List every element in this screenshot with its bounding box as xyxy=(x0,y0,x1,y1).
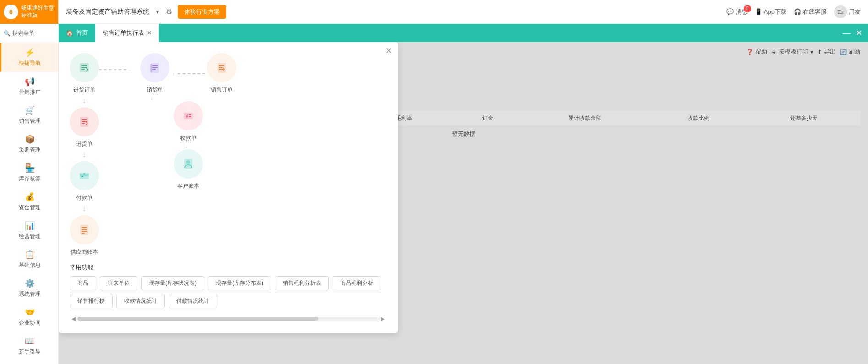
online-service-button[interactable]: 🎧 在线客服 xyxy=(794,8,827,16)
flow-top-row: 销货单 ← 销售订单 xyxy=(140,53,236,94)
flow-col-left: 进货订单 ↓ 进货单 ↓ xyxy=(70,53,99,256)
btn-receipt-stats[interactable]: 收款情况统计 xyxy=(116,294,165,308)
payment-icon: ¥ xyxy=(70,161,99,190)
overlay-panel: ✕ 进货订单 ↓ xyxy=(59,42,868,364)
sidebar-item-quick-nav[interactable]: ⚡ 快捷导航 xyxy=(0,43,58,72)
svg-rect-15 xyxy=(82,231,87,232)
flow-col-right: 销货单 ← 销售订单 xyxy=(133,53,244,190)
common-functions-section: 常用功能 商品 往来单位 现存量(库存状况表) 现存量(库存分布表) 销售毛利分… xyxy=(70,263,387,308)
system-title: 装备及固定资产辅助管理系统 xyxy=(66,8,149,16)
flow-node-sales-bill[interactable]: 销货单 xyxy=(140,53,169,94)
scroll-thumb xyxy=(77,317,318,321)
message-button[interactable]: 💬 消息 5 xyxy=(726,8,748,16)
newbie-icon: 📖 xyxy=(25,336,35,346)
content-area: ❓ 帮助 🖨 按模板打印 ▾ ⬆ 导出 🔄 刷新 xyxy=(59,42,868,364)
logo-text: 畅康通好生意 标准版 xyxy=(21,5,54,19)
arrow-down-1: ↓ xyxy=(82,96,87,105)
panel-close-button[interactable]: ✕ xyxy=(385,46,392,56)
gear-icon[interactable]: ⚙ xyxy=(166,7,172,16)
app-download-button[interactable]: 📱 App下载 xyxy=(755,8,786,16)
scroll-right-arrow[interactable]: ▶ xyxy=(379,315,387,322)
btn-stock-status[interactable]: 现存量(库存状况表) xyxy=(141,276,204,290)
sidebar-search[interactable]: 🔍 搜索菜单 xyxy=(0,24,58,43)
topbar: 装备及固定资产辅助管理系统 ▼ ⚙ 体验行业方案 💬 消息 5 📱 App下载 … xyxy=(59,0,868,24)
svg-rect-23 xyxy=(219,65,224,66)
purchase-order-icon xyxy=(70,53,99,82)
flow-node-payment[interactable]: ¥ 付款单 xyxy=(70,161,99,202)
svg-rect-21 xyxy=(150,64,152,72)
svg-rect-19 xyxy=(152,67,158,68)
sidebar-item-system[interactable]: ⚙️ 系统管理 xyxy=(0,274,58,303)
operation-icon: 📊 xyxy=(25,221,35,231)
svg-rect-7 xyxy=(82,123,85,124)
logo-icon: 6 xyxy=(4,5,18,19)
flow-node-customer-account[interactable]: 客户账本 xyxy=(174,149,203,190)
sidebar-item-sales[interactable]: 🛒 销售管理 xyxy=(0,101,58,130)
sales-order-icon xyxy=(207,53,236,82)
flow-node-receipt[interactable]: ¥ 收款单 xyxy=(174,101,203,142)
svg-text:¥: ¥ xyxy=(185,114,189,119)
btn-sales-ranking[interactable]: 销售排行榜 xyxy=(70,294,113,308)
window-minimize-icon[interactable]: — xyxy=(842,28,851,38)
sidebar-item-inventory[interactable]: 🏪 库存核算 xyxy=(0,158,58,187)
purchase-icon: 📦 xyxy=(25,134,35,144)
quick-nav-icon: ⚡ xyxy=(25,48,35,58)
system-dropdown-arrow[interactable]: ▼ xyxy=(155,9,160,15)
message-badge: 5 xyxy=(744,5,751,12)
arrow-dashed-sales: ← xyxy=(171,70,205,77)
message-icon: 💬 xyxy=(726,8,734,15)
inventory-icon: 🏪 xyxy=(25,163,35,173)
tab-home[interactable]: 🏠 首页 xyxy=(59,24,95,42)
purchase-bill-icon xyxy=(70,107,99,136)
scroll-track[interactable] xyxy=(77,317,379,321)
experience-button[interactable]: 体验行业方案 xyxy=(178,5,226,19)
download-icon: 📱 xyxy=(755,8,762,15)
user-menu[interactable]: Ea 用友 xyxy=(834,5,861,18)
avatar: Ea xyxy=(834,5,847,18)
btn-stock-dist[interactable]: 现存量(库存分布表) xyxy=(208,276,271,290)
svg-rect-1 xyxy=(81,65,87,66)
scroll-left-arrow[interactable]: ◀ xyxy=(70,315,77,322)
common-functions-title: 常用功能 xyxy=(70,263,387,272)
service-icon: 🎧 xyxy=(794,8,801,15)
sidebar-logo[interactable]: 6 畅康通好生意 标准版 xyxy=(0,0,58,24)
sidebar-item-operation[interactable]: 📊 经营管理 xyxy=(0,216,58,245)
search-icon: 🔍 xyxy=(4,30,11,37)
sidebar-item-finance[interactable]: 💰 资金管理 xyxy=(0,187,58,216)
flow-node-supplier-account[interactable]: 供应商账本 xyxy=(70,215,99,256)
system-icon: ⚙️ xyxy=(25,278,35,288)
sidebar-item-purchase[interactable]: 📦 采购管理 xyxy=(0,130,58,158)
tab-close-icon[interactable]: ✕ xyxy=(147,30,152,36)
scroll-hint: ◀ ▶ xyxy=(70,315,387,322)
flow-node-purchase-order[interactable]: 进货订单 xyxy=(70,53,99,94)
svg-point-31 xyxy=(186,160,190,164)
tab-sales-order[interactable]: 销售订单执行表 ✕ xyxy=(95,24,159,42)
sales-icon: 🛒 xyxy=(25,105,35,115)
flow-diagram: 进货订单 ↓ 进货单 ↓ xyxy=(70,53,387,256)
btn-counterparty[interactable]: 往来单位 xyxy=(100,276,137,290)
flow-node-purchase-bill[interactable]: 进货单 xyxy=(70,107,99,148)
flow-node-sales-order[interactable]: 销售订单 xyxy=(207,53,236,94)
btn-product[interactable]: 商品 xyxy=(70,276,96,290)
btn-payment-stats[interactable]: 付款情况统计 xyxy=(169,294,217,308)
search-menu-button[interactable]: 🔍 搜索菜单 xyxy=(4,27,55,39)
svg-rect-2 xyxy=(81,67,87,68)
sidebar-item-newbie[interactable]: 📖 新手引导 xyxy=(0,331,58,360)
svg-rect-5 xyxy=(82,119,87,120)
sidebar-item-marketing[interactable]: 📢 营销推广 xyxy=(0,72,58,101)
svg-rect-18 xyxy=(152,65,158,66)
arrow-down-2: ↓ xyxy=(82,150,87,159)
btn-sales-margin[interactable]: 销售毛利分析表 xyxy=(275,276,329,290)
svg-rect-25 xyxy=(219,69,224,70)
sidebar-item-basic-info[interactable]: 📋 基础信息 xyxy=(0,245,58,274)
home-icon: 🏠 xyxy=(66,30,73,37)
svg-rect-14 xyxy=(82,229,87,230)
btn-product-margin[interactable]: 商品毛利分析 xyxy=(333,276,381,290)
sales-bill-icon xyxy=(140,53,169,82)
sidebar-item-enterprise[interactable]: 🤝 企业协同 xyxy=(0,303,58,331)
svg-rect-16 xyxy=(82,233,85,234)
svg-rect-13 xyxy=(82,227,87,228)
arrow-down-sales-row: ↓ xyxy=(133,94,244,101)
main-area: 装备及固定资产辅助管理系统 ▼ ⚙ 体验行业方案 💬 消息 5 📱 App下载 … xyxy=(59,0,868,364)
window-close-icon[interactable]: ✕ xyxy=(856,28,863,38)
